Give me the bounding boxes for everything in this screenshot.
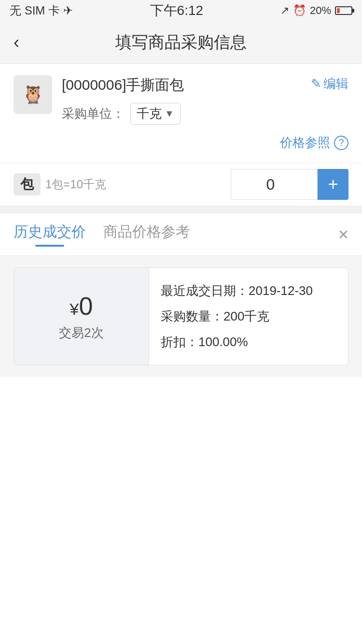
bottom-space bbox=[0, 377, 362, 644]
quantity-unit-box: 包 bbox=[14, 173, 41, 196]
product-thumbnail: 🦉 bbox=[14, 75, 52, 114]
quantity-section: 包 1包=10千克 + bbox=[0, 163, 362, 206]
status-time: 下午6:12 bbox=[150, 1, 204, 20]
sim-signal-text: 无 SIM 卡 ✈ bbox=[10, 3, 73, 18]
status-right: ↗ ⏰ 20% bbox=[280, 4, 352, 17]
product-name: [0000006]手撕面包 bbox=[62, 75, 184, 95]
price-card-left: ¥0 交易2次 bbox=[14, 268, 149, 365]
date-label: 最近成交日期： bbox=[161, 283, 249, 298]
tab-inactive-indicator bbox=[132, 245, 161, 247]
product-card: 🦉 [0000006]手撕面包 采购单位： 千克 ▼ ✎ 编辑 价格参照 ? bbox=[0, 64, 362, 163]
unit-label: 采购单位： bbox=[62, 105, 125, 122]
quantity-left: 包 1包=10千克 bbox=[14, 173, 106, 196]
discount-value: 100.00% bbox=[198, 335, 248, 349]
product-logo-icon: 🦉 bbox=[22, 84, 44, 105]
tab-history-price[interactable]: 历史成交价 bbox=[14, 213, 103, 256]
help-icon[interactable]: ? bbox=[334, 136, 348, 150]
price-amount: ¥0 bbox=[70, 292, 93, 321]
price-value: 0 bbox=[79, 292, 93, 320]
price-detail-date: 最近成交日期：2019-12-30 bbox=[161, 281, 336, 300]
nav-bar: ‹ 填写商品采购信息 bbox=[0, 21, 362, 64]
price-ref-row: 价格参照 ? bbox=[14, 134, 348, 151]
tab-history-price-label: 历史成交价 bbox=[14, 222, 86, 242]
qty-label: 采购数量： bbox=[161, 309, 223, 323]
unit-value: 千克 bbox=[137, 105, 162, 122]
alarm-icon: ⏰ bbox=[293, 4, 306, 17]
location-icon: ↗ bbox=[280, 4, 289, 17]
status-left: 无 SIM 卡 ✈ bbox=[10, 3, 73, 18]
battery-icon bbox=[335, 6, 352, 15]
currency-symbol: ¥ bbox=[70, 300, 79, 318]
quantity-input[interactable] bbox=[231, 169, 318, 200]
price-detail-qty: 采购数量：200千克 bbox=[161, 307, 336, 326]
tabs-list: 历史成交价 商品价格参考 bbox=[14, 213, 208, 256]
qty-value: 200千克 bbox=[223, 309, 269, 323]
edit-icon: ✎ bbox=[311, 76, 321, 91]
back-button[interactable]: ‹ bbox=[14, 32, 19, 53]
tabs-bar: 历史成交价 商品价格参考 × bbox=[0, 213, 362, 256]
product-unit-row: 采购单位： 千克 ▼ bbox=[62, 103, 184, 125]
close-panel-button[interactable]: × bbox=[338, 224, 348, 245]
price-card-right: 最近成交日期：2019-12-30 采购数量：200千克 折扣：100.00% bbox=[149, 268, 348, 365]
battery-percent: 20% bbox=[310, 4, 331, 17]
price-detail-discount: 折扣：100.00% bbox=[161, 333, 336, 351]
section-divider bbox=[0, 206, 362, 213]
product-header: 🦉 [0000006]手撕面包 采购单位： 千克 ▼ ✎ 编辑 bbox=[14, 75, 348, 125]
quantity-row: 包 1包=10千克 + bbox=[14, 163, 348, 206]
discount-label: 折扣： bbox=[161, 335, 198, 349]
status-bar: 无 SIM 卡 ✈ 下午6:12 ↗ ⏰ 20% bbox=[0, 0, 362, 21]
quantity-unit-hint: 1包=10千克 bbox=[45, 177, 106, 192]
unit-select-button[interactable]: 千克 ▼ bbox=[130, 103, 181, 125]
edit-label: 编辑 bbox=[323, 75, 348, 92]
tab-active-indicator bbox=[35, 245, 64, 247]
quantity-plus-button[interactable]: + bbox=[318, 169, 348, 200]
price-card: ¥0 交易2次 最近成交日期：2019-12-30 采购数量：200千克 折扣：… bbox=[14, 267, 348, 365]
date-value: 2019-12-30 bbox=[249, 283, 313, 298]
price-reference-link[interactable]: 价格参照 bbox=[280, 134, 330, 151]
unit-dropdown-icon: ▼ bbox=[165, 108, 174, 119]
price-list: ¥0 交易2次 最近成交日期：2019-12-30 采购数量：200千克 折扣：… bbox=[0, 256, 362, 377]
product-info: [0000006]手撕面包 采购单位： 千克 ▼ bbox=[62, 75, 184, 125]
quantity-right: + bbox=[231, 169, 348, 200]
price-trade-count: 交易2次 bbox=[59, 324, 103, 341]
edit-button[interactable]: ✎ 编辑 bbox=[311, 75, 348, 92]
tab-product-price-ref[interactable]: 商品价格参考 bbox=[103, 213, 208, 256]
tab-product-price-ref-label: 商品价格参考 bbox=[103, 222, 190, 242]
page-title: 填写商品采购信息 bbox=[115, 31, 247, 54]
product-left: 🦉 [0000006]手撕面包 采购单位： 千克 ▼ bbox=[14, 75, 184, 125]
